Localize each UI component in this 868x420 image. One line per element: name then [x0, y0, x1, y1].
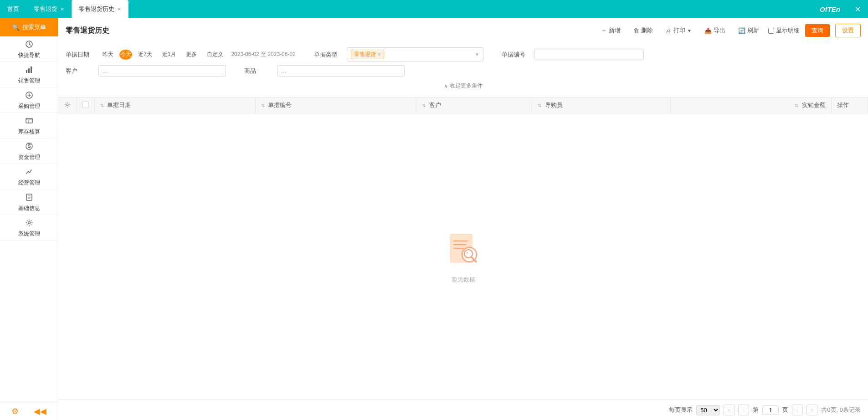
delete-button[interactable]: 🗑 删除 — [630, 25, 657, 36]
search-icon: 🔍 — [12, 24, 20, 31]
goods-select[interactable]: ... — [277, 65, 405, 77]
query-label: 查询 — [812, 26, 823, 35]
svg-rect-3 — [31, 67, 32, 73]
col-guide-label: 导购员 — [545, 102, 563, 108]
top-nav: 首页 零售退货 ✕ 零售退货历史 ✕ OfTEn ✕ — [0, 0, 868, 18]
sidebar-item-finance-label: 资金管理 — [18, 154, 40, 161]
sidebar-bottom: ⚙ ◀◀ — [0, 402, 58, 420]
print-dropdown-icon: ▼ — [687, 28, 692, 33]
sidebar-item-purchase[interactable]: 采购管理 — [0, 87, 58, 113]
page-last-icon[interactable]: » — [806, 405, 817, 415]
voucher-type-remove[interactable]: ✕ — [377, 52, 381, 57]
col-customer[interactable]: ⇅ 客户 — [416, 97, 532, 113]
inventory-icon — [24, 115, 35, 126]
sidebar: 🔍 搜索菜单 快捷导航 销售管理 采购管理 库存核算 — [0, 18, 58, 420]
col-checkbox[interactable] — [77, 97, 94, 113]
sort-icon-customer: ⇅ — [422, 103, 426, 108]
settings-label: 设置 — [842, 26, 854, 35]
col-amount[interactable]: ⇅ 实销金额 — [670, 97, 831, 113]
empty-icon — [443, 229, 484, 270]
goods-filter-label: 商品 — [244, 67, 270, 75]
tab-home[interactable]: 首页 — [0, 0, 26, 18]
voucher-type-label: 单据类型 — [314, 51, 339, 59]
top-nav-right: OfTEn ✕ — [820, 5, 868, 14]
page-label-pre: 第 — [753, 406, 759, 414]
sidebar-search[interactable]: 🔍 搜索菜单 — [0, 18, 58, 36]
tab-retail-return[interactable]: 零售退货 ✕ — [26, 0, 72, 18]
col-guide[interactable]: ⇅ 导购员 — [532, 97, 671, 113]
sidebar-item-basic-info[interactable]: 基础信息 — [0, 190, 58, 215]
col-date-label: 单据日期 — [107, 102, 131, 108]
date-btn-custom[interactable]: 自定义 — [203, 49, 227, 60]
col-date[interactable]: ⇅ 单据日期 — [94, 97, 255, 113]
basic-info-icon — [24, 192, 35, 203]
total-info: 共0页, 0条记录 — [821, 406, 861, 414]
settings-button[interactable]: 设置 — [835, 24, 861, 37]
window-close-icon[interactable]: ✕ — [855, 5, 861, 14]
tab-retail-return-history[interactable]: 零售退货历史 ✕ — [72, 0, 128, 18]
new-label: 新增 — [609, 26, 621, 35]
content-area: 零售退货历史 ＋ 新增 🗑 删除 🖨 打印 ▼ — [58, 18, 868, 420]
print-label: 打印 — [673, 26, 685, 35]
date-btn-last-month[interactable]: 近1月 — [158, 49, 180, 60]
collapse-icon: ∧ — [444, 83, 448, 89]
sort-icon-number: ⇅ — [261, 103, 265, 108]
sidebar-item-sales[interactable]: 销售管理 — [0, 62, 58, 87]
display-toggle: 显示明细 — [768, 26, 800, 35]
svg-rect-1 — [26, 70, 27, 73]
empty-text: 暂无数据 — [452, 276, 475, 284]
delete-label: 删除 — [641, 26, 653, 35]
title-row: 零售退货历史 ＋ 新增 🗑 删除 🖨 打印 ▼ — [66, 24, 861, 37]
settings-bottom-icon[interactable]: ⚙ — [11, 406, 19, 416]
query-button[interactable]: 查询 — [805, 24, 830, 37]
col-amount-label: 实销金额 — [802, 102, 826, 108]
sidebar-item-quick-nav-label: 快捷导航 — [18, 51, 40, 59]
sort-icon-date: ⇅ — [100, 103, 104, 108]
sidebar-item-quick-nav[interactable]: 快捷导航 — [0, 36, 58, 62]
display-label: 显示明细 — [776, 26, 800, 35]
select-all-checkbox[interactable] — [82, 102, 89, 108]
page-next-icon[interactable]: › — [792, 405, 803, 415]
tab-retail-return-close[interactable]: ✕ — [60, 6, 64, 12]
sidebar-item-finance[interactable]: 资金管理 — [0, 138, 58, 164]
per-page-select[interactable]: 50 10 20 100 — [696, 405, 720, 415]
export-label: 导出 — [714, 26, 725, 35]
customer-select[interactable]: ... — [98, 65, 226, 77]
page-number-input[interactable] — [762, 405, 779, 415]
voucher-type-dropdown-icon: ▼ — [475, 52, 479, 57]
refresh-button[interactable]: 🔄 刷新 — [734, 25, 763, 36]
empty-state: 暂无数据 — [58, 113, 868, 400]
collapse-bar[interactable]: ∧ 收起更多条件 — [66, 80, 861, 93]
export-button[interactable]: 📤 导出 — [701, 25, 729, 36]
sidebar-item-system[interactable]: 系统管理 — [0, 215, 58, 241]
date-btn-yesterday[interactable]: 昨天 — [98, 49, 118, 60]
voucher-number-input[interactable] — [534, 49, 644, 60]
sidebar-item-sales-label: 销售管理 — [18, 77, 40, 85]
page-prev-icon[interactable]: ‹ — [738, 405, 749, 415]
date-btn-more[interactable]: 更多 — [182, 49, 201, 60]
date-btn-last7[interactable]: 近7天 — [134, 49, 156, 60]
sidebar-item-operations[interactable]: 经营管理 — [0, 164, 58, 190]
new-button[interactable]: ＋ 新增 — [597, 25, 624, 36]
sidebar-item-purchase-label: 采购管理 — [18, 102, 40, 110]
sidebar-item-inventory[interactable]: 库存核算 — [0, 113, 58, 138]
col-settings[interactable] — [58, 97, 77, 113]
operations-icon — [24, 166, 35, 177]
page-first-icon[interactable]: « — [724, 405, 734, 415]
display-checkbox[interactable] — [768, 28, 774, 34]
svg-point-9 — [67, 104, 68, 106]
new-icon: ＋ — [601, 26, 607, 35]
filter-row-2: 客户 ... 商品 ... — [66, 65, 861, 77]
date-btn-today[interactable]: 今天 — [119, 50, 132, 60]
print-button[interactable]: 🖨 打印 ▼ — [662, 25, 695, 36]
col-number[interactable]: ⇅ 单据编号 — [255, 97, 416, 113]
filter-area: 单据日期 昨天 今天 近7天 近1月 更多 自定义 2023-06-02 至 2… — [66, 43, 861, 97]
voucher-type-value: 零售退货 — [354, 51, 376, 58]
refresh-icon: 🔄 — [738, 27, 745, 34]
collapse-label: 收起更多条件 — [450, 82, 483, 90]
speaker-bottom-icon[interactable]: ◀◀ — [34, 406, 46, 416]
voucher-type-select[interactable]: 零售退货 ✕ ▼ — [347, 47, 483, 61]
tab-retail-return-history-close[interactable]: ✕ — [117, 6, 121, 12]
sales-icon — [24, 64, 35, 75]
data-table: ⇅ 单据日期 ⇅ 单据编号 ⇅ 客户 ⇅ 导购员 — [58, 97, 868, 113]
